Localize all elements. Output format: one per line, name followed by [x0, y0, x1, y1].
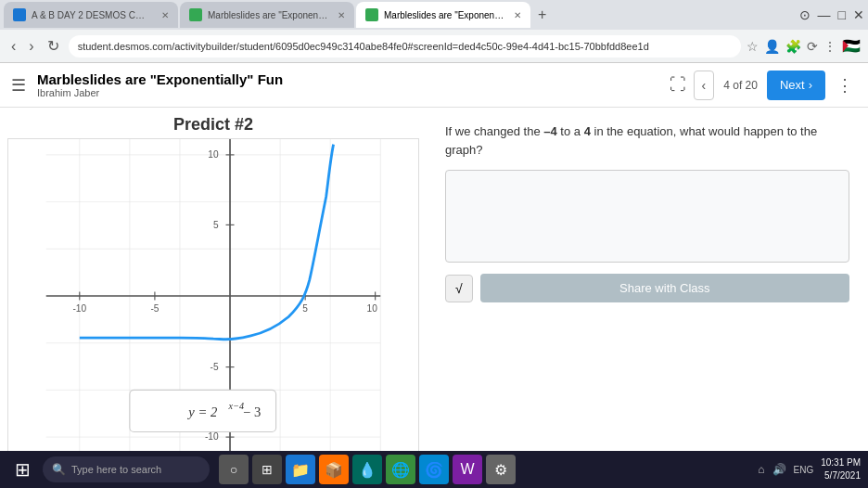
taskbar-app-amazon[interactable]: 📦: [319, 455, 349, 484]
taskbar-app-chrome[interactable]: 🌀: [419, 455, 449, 484]
nav-arrows: ‹ 4 of 20 Next ›: [694, 71, 825, 100]
svg-text:x−4: x−4: [228, 401, 244, 411]
tab-bar: A & B DAY 2 DESMOS CW/HW: ✕ Marbleslides…: [0, 0, 868, 30]
settings-icon[interactable]: ⋮: [823, 39, 836, 54]
minimize-icon[interactable]: —: [818, 7, 831, 22]
prev-page-button[interactable]: ‹: [694, 71, 715, 100]
highlight-minus: –4: [543, 124, 556, 138]
app-header: ☰ Marbleslides are "Exponentially" Fun I…: [0, 63, 868, 108]
tab-3-favicon: [365, 8, 378, 21]
taskbar-app-misc[interactable]: ⚙: [486, 455, 516, 484]
tab-3-close[interactable]: ✕: [514, 10, 521, 20]
tab-1-favicon: [13, 8, 26, 21]
taskbar-app-task[interactable]: ⊞: [252, 455, 282, 484]
taskbar-app-files[interactable]: 📁: [286, 455, 315, 484]
share-class-label: Share with Class: [619, 281, 710, 295]
svg-text:− 3: − 3: [243, 405, 261, 419]
bookmark-icon[interactable]: ☆: [747, 39, 759, 54]
maximize-icon[interactable]: □: [838, 7, 846, 22]
address-bar-icons: ☆ 👤 🧩 ⟳ ⋮ 🇵🇸: [747, 37, 861, 55]
page-count: 4 of 20: [718, 79, 763, 92]
next-label: Next: [780, 78, 805, 92]
taskbar-app-cortana[interactable]: ○: [219, 455, 249, 484]
network-icon: ⌂: [758, 463, 764, 476]
graph-svg: -10 -5 5 10 10 5 -5: [7, 138, 419, 454]
tab-1-close[interactable]: ✕: [161, 10, 169, 20]
question-text: If we changed the –4 to a 4 in the equat…: [445, 122, 849, 159]
taskbar-search[interactable]: 🔍 Type here to search: [43, 456, 210, 482]
highlight-plus: 4: [584, 124, 591, 138]
language-text: ENG: [794, 465, 814, 475]
taskbar-right: ⌂ 🔊 ENG 10:31 PM 5/7/2021: [758, 456, 861, 482]
forward-button[interactable]: ›: [25, 36, 37, 57]
extension-icon: 🧩: [785, 39, 801, 54]
back-button[interactable]: ‹: [7, 36, 19, 57]
taskbar-time: 10:31 PM 5/7/2021: [821, 456, 861, 482]
sync-icon: ⟳: [807, 39, 818, 54]
taskbar-search-icon: 🔍: [52, 463, 66, 476]
hamburger-menu[interactable]: ☰: [11, 75, 26, 96]
date-display: 5/7/2021: [821, 469, 861, 482]
svg-text:5: 5: [213, 220, 219, 230]
tab-2-close[interactable]: ✕: [338, 10, 345, 20]
next-chevron-icon: ›: [809, 78, 812, 92]
graph-area: -10 -5 5 10 10 5 -5: [7, 138, 419, 454]
address-bar: ‹ › ↻ ☆ 👤 🧩 ⟳ ⋮ 🇵🇸: [0, 30, 868, 63]
close-window-icon[interactable]: ✕: [853, 7, 864, 22]
next-button[interactable]: Next ›: [767, 71, 825, 100]
new-tab-button[interactable]: +: [532, 6, 552, 23]
svg-text:-10: -10: [72, 303, 86, 314]
profile-icon: ⊙: [799, 7, 811, 22]
svg-text:10: 10: [367, 303, 378, 314]
graph-panel: Predict #2: [0, 108, 427, 488]
tab-2-label: Marbleslides are "Exponentially" Fun: [208, 10, 328, 20]
tab-1[interactable]: A & B DAY 2 DESMOS CW/HW: ✕: [4, 2, 178, 28]
taskbar-search-text: Type here to search: [71, 464, 161, 475]
windows-icon: ⊞: [15, 458, 31, 481]
fullscreen-button[interactable]: ⛶: [670, 75, 686, 95]
tab-2-favicon: [189, 8, 202, 21]
flag-icon: 🇵🇸: [842, 37, 861, 55]
sqrt-icon: √: [455, 281, 463, 296]
volume-icon: 🔊: [772, 463, 786, 476]
svg-text:10: 10: [208, 149, 219, 160]
taskbar-app-dropbox[interactable]: 💧: [352, 455, 382, 484]
right-panel: If we changed the –4 to a 4 in the equat…: [427, 108, 868, 488]
browser-icons: ⊙ — □ ✕: [799, 7, 864, 22]
svg-text:y = 2: y = 2: [186, 405, 217, 419]
time-display: 10:31 PM: [821, 456, 861, 469]
header-right: ⛶ ‹ 4 of 20 Next › ⋮: [670, 71, 857, 100]
tab-2[interactable]: Marbleslides are "Exponentially" Fun ✕: [180, 2, 354, 28]
taskbar-app-word[interactable]: W: [453, 455, 482, 484]
tab-1-label: A & B DAY 2 DESMOS CW/HW:: [32, 10, 152, 20]
taskbar: ⊞ 🔍 Type here to search ○ ⊞ 📁 📦 💧 🌐 🌀 W …: [0, 451, 868, 488]
profile-icon-2: 👤: [764, 39, 780, 54]
share-class-button[interactable]: Share with Class: [480, 274, 849, 302]
app-title: Marbleslides are "Exponentially" Fun: [37, 71, 670, 87]
svg-text:-5: -5: [211, 362, 219, 372]
kebab-menu[interactable]: ⋮: [833, 75, 857, 96]
svg-text:-5: -5: [150, 303, 159, 314]
section-title: Predict #2: [7, 115, 419, 135]
svg-text:-10: -10: [205, 431, 219, 442]
taskbar-apps: ○ ⊞ 📁 📦 💧 🌐 🌀 W ⚙: [219, 455, 516, 484]
taskbar-app-edge[interactable]: 🌐: [386, 455, 415, 484]
input-row: √ Share with Class: [445, 274, 849, 302]
svg-text:5: 5: [302, 303, 308, 314]
tab-3-label: Marbleslides are "Exponentially" Fun: [384, 10, 504, 20]
app-subtitle: Ibrahim Jaber: [37, 87, 670, 98]
app-title-block: Marbleslides are "Exponentially" Fun Ibr…: [37, 71, 670, 98]
address-input[interactable]: [69, 35, 741, 58]
sqrt-button[interactable]: √: [445, 275, 473, 302]
refresh-button[interactable]: ↻: [44, 35, 63, 57]
answer-area[interactable]: [445, 170, 849, 263]
start-button[interactable]: ⊞: [7, 455, 37, 484]
main-content: Predict #2: [0, 108, 868, 488]
tab-3[interactable]: Marbleslides are "Exponentially" Fun ✕: [356, 2, 530, 28]
